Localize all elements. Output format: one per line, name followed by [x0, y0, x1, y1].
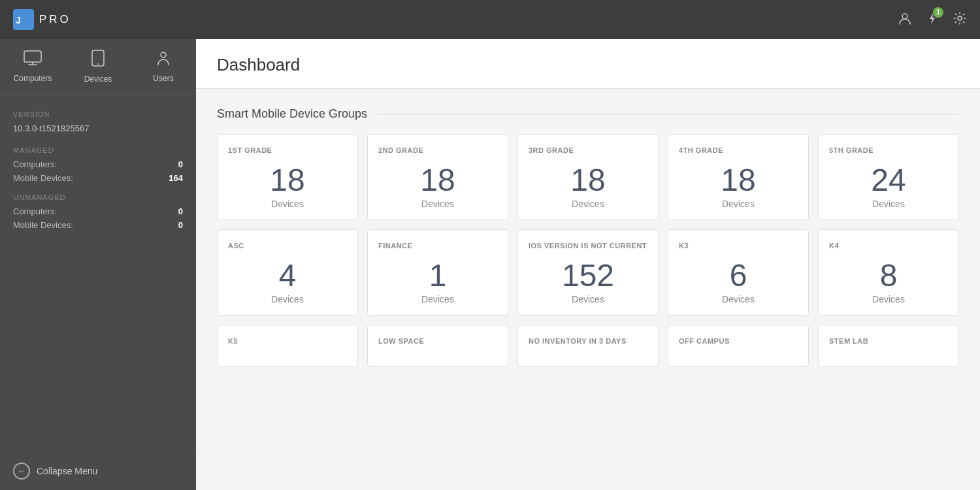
content-body: Smart Mobile Device Groups 1ST GRADE 18 …	[196, 89, 980, 394]
device-card-count: 18	[679, 165, 798, 196]
unmanaged-label: UNMANAGED	[13, 193, 183, 201]
device-card-title: K5	[228, 337, 347, 345]
device-card-count: 1	[378, 260, 497, 291]
logo: J PRO	[13, 9, 71, 30]
logo-text: PRO	[39, 13, 71, 26]
device-card-count: 152	[529, 260, 647, 291]
device-card-label: Devices	[679, 294, 798, 304]
device-card-title: IOS VERSION IS NOT CURRENT	[529, 242, 647, 250]
managed-mobile-row: Mobile Devices: 164	[13, 173, 183, 183]
sidebar-item-computers-label: Computers	[14, 74, 52, 83]
section-title-text: Smart Mobile Device Groups	[217, 107, 367, 121]
device-card-count: 18	[228, 165, 347, 196]
computers-icon	[24, 50, 42, 70]
section-title: Smart Mobile Device Groups	[217, 107, 959, 121]
device-card-label: Devices	[829, 294, 948, 304]
device-card-label: Devices	[829, 199, 948, 209]
device-grid-row3: K5 LOW SPACE NO INVENTORY IN 3 DAYS OFF …	[217, 325, 959, 367]
device-card-title: LOW SPACE	[378, 337, 497, 345]
managed-computers-label: Computers:	[13, 159, 57, 169]
collapse-icon: ←	[13, 463, 30, 480]
notifications-icon-button[interactable]: 1	[925, 11, 939, 29]
main-area: Computers Devices Users	[0, 39, 980, 490]
top-bar: J PRO 1	[0, 0, 980, 39]
device-card-2nd-grade[interactable]: 2ND GRADE 18 Devices	[367, 134, 508, 220]
unmanaged-computers-row: Computers: 0	[13, 206, 183, 216]
managed-computers-value: 0	[178, 159, 183, 169]
device-card-label: Devices	[529, 199, 647, 209]
device-grid-row1: 1ST GRADE 18 Devices 2ND GRADE 18 Device…	[217, 134, 959, 220]
gear-icon	[953, 11, 967, 25]
version-label: VERSION	[13, 110, 183, 118]
device-card-label: Devices	[529, 294, 647, 304]
svg-point-4	[958, 16, 962, 20]
version-value: 10.3.0-t1521825567	[13, 123, 183, 133]
unmanaged-mobile-row: Mobile Devices: 0	[13, 220, 183, 230]
device-card-count: 8	[829, 260, 948, 291]
content-area: Dashboard Smart Mobile Device Groups 1ST…	[196, 39, 980, 490]
user-icon	[898, 11, 912, 25]
device-card-k3[interactable]: K3 6 Devices	[668, 229, 809, 316]
sidebar-info: VERSION 10.3.0-t1521825567 MANAGED Compu…	[0, 95, 196, 451]
sidebar-item-devices-label: Devices	[84, 74, 112, 84]
sidebar-nav: Computers Devices Users	[0, 39, 196, 95]
collapse-menu-label: Collapse Menu	[37, 466, 97, 476]
user-icon-button[interactable]	[898, 11, 912, 29]
sidebar-item-computers[interactable]: Computers	[0, 39, 65, 94]
device-card-title: OFF CAMPUS	[679, 337, 798, 345]
device-card-4th-grade[interactable]: 4TH GRADE 18 Devices	[668, 134, 809, 220]
page-title: Dashboard	[217, 55, 959, 75]
device-card-3rd-grade[interactable]: 3RD GRADE 18 Devices	[517, 134, 659, 220]
settings-icon-button[interactable]	[953, 11, 967, 29]
sidebar-item-devices[interactable]: Devices	[65, 39, 131, 94]
content-header: Dashboard	[196, 39, 980, 89]
sidebar-item-users[interactable]: Users	[131, 39, 196, 94]
jamf-logo-icon: J	[13, 9, 34, 30]
device-card-label: Devices	[378, 199, 497, 209]
unmanaged-mobile-value: 0	[178, 220, 183, 230]
device-card-1st-grade[interactable]: 1ST GRADE 18 Devices	[217, 134, 358, 220]
sidebar-item-users-label: Users	[153, 74, 173, 83]
device-card-low-space[interactable]: LOW SPACE	[367, 325, 508, 367]
device-card-finance[interactable]: FINANCE 1 Devices	[367, 229, 508, 316]
device-card-title: NO INVENTORY IN 3 DAYS	[529, 337, 647, 345]
device-card-title: 5TH GRADE	[829, 146, 948, 154]
managed-mobile-label: Mobile Devices:	[13, 173, 73, 183]
svg-point-7	[97, 63, 99, 65]
svg-rect-5	[24, 51, 41, 62]
device-card-label: Devices	[378, 294, 497, 304]
device-card-title: K3	[679, 242, 798, 250]
device-card-title: 2ND GRADE	[378, 146, 497, 154]
devices-icon	[91, 50, 105, 71]
svg-text:J: J	[16, 15, 21, 25]
device-card-k4[interactable]: K4 8 Devices	[818, 229, 959, 316]
device-card-label: Devices	[679, 199, 798, 209]
managed-computers-row: Computers: 0	[13, 159, 183, 169]
device-card-stem-lab[interactable]: STEM LAB	[818, 325, 959, 367]
device-card-title: 3RD GRADE	[529, 146, 647, 154]
collapse-menu-button[interactable]: ← Collapse Menu	[0, 451, 196, 490]
device-card-title: STEM LAB	[829, 337, 948, 345]
top-bar-actions: 1	[898, 11, 967, 29]
device-card-count: 24	[829, 165, 948, 196]
device-card-label: Devices	[228, 294, 347, 304]
device-card-count: 6	[679, 260, 798, 291]
managed-mobile-value: 164	[169, 173, 183, 183]
device-card-count: 18	[378, 165, 497, 196]
device-card-ios-version-not-current[interactable]: IOS VERSION IS NOT CURRENT 152 Devices	[517, 229, 659, 316]
device-card-title: K4	[829, 242, 948, 250]
device-card-k5[interactable]: K5	[217, 325, 358, 367]
unmanaged-computers-value: 0	[178, 206, 183, 216]
device-card-no-inventory-3-days[interactable]: NO INVENTORY IN 3 DAYS	[517, 325, 659, 367]
device-card-count: 18	[529, 165, 647, 196]
device-card-off-campus[interactable]: OFF CAMPUS	[668, 325, 809, 367]
svg-point-8	[161, 52, 166, 57]
svg-point-2	[902, 14, 907, 19]
notification-badge: 1	[933, 7, 943, 18]
device-card-title: FINANCE	[378, 242, 497, 250]
device-card-asc[interactable]: ASC 4 Devices	[217, 229, 358, 316]
device-card-title: 1ST GRADE	[228, 146, 347, 154]
device-card-5th-grade[interactable]: 5TH GRADE 24 Devices	[818, 134, 959, 220]
unmanaged-mobile-label: Mobile Devices:	[13, 220, 73, 230]
users-icon	[155, 50, 172, 70]
